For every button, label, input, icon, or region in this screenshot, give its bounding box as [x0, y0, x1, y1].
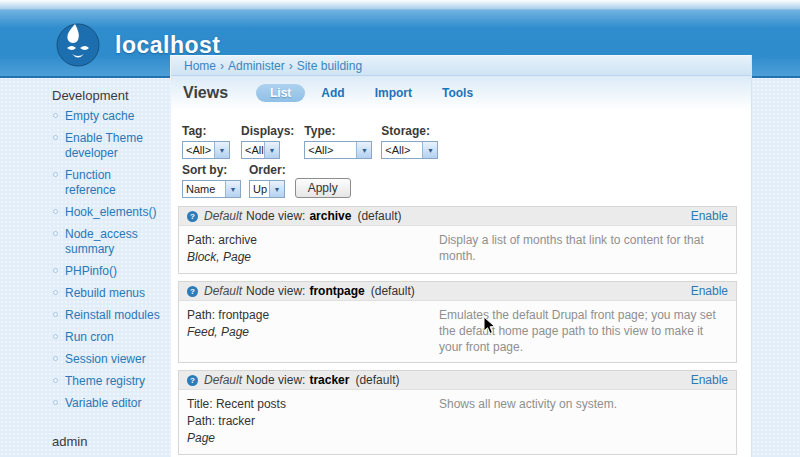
displays-select[interactable]: <All> ▼ — [241, 141, 280, 159]
bullet-icon — [53, 231, 58, 236]
view-row-archive: ? Default Node view: archive (default) E… — [178, 206, 737, 274]
view-name: archive — [309, 209, 351, 223]
sidebar-item-label: Function reference — [65, 168, 165, 198]
view-description: Shows all new activity on system. — [439, 396, 728, 447]
view-row-header: ? Default Node view: tracker (default) E… — [179, 371, 736, 390]
view-kind: Node view: — [246, 373, 305, 387]
breadcrumb-administer-link[interactable]: Administer — [228, 59, 285, 73]
top-strip — [0, 0, 800, 10]
view-description: Emulates the default Drupal front page; … — [439, 307, 728, 355]
view-row-header: ? Default Node view: frontpage (default)… — [179, 282, 736, 301]
sidebar-item-phpinfo[interactable]: PHPinfo() — [0, 264, 170, 286]
type-select[interactable]: <All> ▼ — [304, 141, 372, 159]
sidebar-section-admin: admin — [0, 418, 170, 455]
order-select[interactable]: Up ▼ — [249, 180, 285, 198]
storage-select[interactable]: <All> ▼ — [381, 141, 438, 159]
breadcrumb-site-building-link[interactable]: Site building — [297, 59, 362, 73]
bullet-icon — [53, 113, 58, 118]
view-path: Path: tracker — [187, 413, 439, 430]
sidebar-item-session-viewer[interactable]: Session viewer — [0, 352, 170, 374]
enable-link-archive[interactable]: Enable — [691, 209, 728, 223]
sidebar-item-function-reference[interactable]: Function reference — [0, 168, 170, 205]
filter-tag-label: Tag: — [182, 124, 230, 138]
enable-link-tracker[interactable]: Enable — [691, 373, 728, 387]
sidebar: Development Empty cache Enable Theme dev… — [0, 80, 170, 457]
page-title: Views — [183, 84, 256, 102]
view-details: Path: frontpage Feed, Page — [187, 307, 439, 355]
tab-list[interactable]: List — [256, 84, 305, 102]
sidebar-item-theme-registry[interactable]: Theme registry — [0, 374, 170, 396]
sidebar-item-variable-editor[interactable]: Variable editor — [0, 396, 170, 418]
view-default-flag: Default — [204, 209, 242, 223]
help-icon[interactable]: ? — [187, 211, 198, 222]
sidebar-item-node-access-summary[interactable]: Node_access summary — [0, 227, 170, 264]
help-icon[interactable]: ? — [187, 375, 198, 386]
bullet-icon — [53, 312, 58, 317]
view-displays: Page — [187, 430, 439, 447]
view-details: Title: Recent posts Path: tracker Page — [187, 396, 439, 447]
sidebar-item-hook-elements[interactable]: Hook_elements() — [0, 205, 170, 227]
apply-button[interactable]: Apply — [295, 178, 351, 198]
view-displays: Block, Page — [187, 249, 439, 266]
sidebar-item-label: Session viewer — [65, 352, 146, 367]
sidebar-item-label: Empty cache — [65, 109, 134, 124]
bullet-icon — [53, 378, 58, 383]
sidebar-item-label: PHPinfo() — [65, 264, 117, 279]
view-suffix: (default) — [371, 284, 415, 298]
displays-select-value: <All> — [242, 144, 264, 156]
dropdown-arrow-icon: ▼ — [422, 142, 437, 158]
view-row-body: Path: archive Block, Page Display a list… — [179, 226, 736, 273]
views-list: ? Default Node view: archive (default) E… — [178, 206, 737, 455]
bullet-icon — [53, 400, 58, 405]
sidebar-item-run-cron[interactable]: Run cron — [0, 330, 170, 352]
sidebar-item-label: Reinstall modules — [65, 308, 160, 323]
view-default-flag: Default — [204, 373, 242, 387]
dropdown-arrow-icon: ▼ — [269, 181, 284, 197]
filter-type: Type: <All> ▼ — [304, 124, 372, 159]
type-select-value: <All> — [305, 144, 356, 156]
sidebar-item-label: Variable editor — [65, 396, 142, 411]
drupal-logo-icon — [55, 21, 101, 67]
sort-by-select[interactable]: Name ▼ — [182, 180, 241, 198]
view-path: Path: archive — [187, 232, 439, 249]
view-path: Path: frontpage — [187, 307, 439, 324]
view-displays: Feed, Page — [187, 324, 439, 341]
dropdown-arrow-icon: ▼ — [214, 142, 229, 158]
breadcrumb-home-link[interactable]: Home — [184, 59, 216, 73]
view-title: Title: Recent posts — [187, 396, 439, 413]
dropdown-arrow-icon: ▼ — [225, 181, 240, 197]
filter-displays-label: Displays: — [241, 124, 294, 138]
tag-select-value: <All> — [183, 144, 214, 156]
tag-select[interactable]: <All> ▼ — [182, 141, 230, 159]
sidebar-item-label: Run cron — [65, 330, 114, 345]
dropdown-arrow-icon: ▼ — [264, 142, 279, 158]
view-row-header: ? Default Node view: archive (default) E… — [179, 207, 736, 226]
sidebar-item-label: Rebuild menus — [65, 286, 145, 301]
help-icon[interactable]: ? — [187, 286, 198, 297]
sort-by-select-value: Name — [183, 183, 225, 195]
sidebar-item-enable-theme-developer[interactable]: Enable Theme developer — [0, 131, 170, 168]
breadcrumb-separator: › — [285, 59, 297, 73]
enable-link-frontpage[interactable]: Enable — [691, 284, 728, 298]
view-suffix: (default) — [355, 373, 399, 387]
filter-displays: Displays: <All> ▼ — [241, 124, 294, 159]
sidebar-item-label: Enable Theme developer — [65, 131, 165, 161]
view-description: Display a list of months that link to co… — [439, 232, 728, 266]
sidebar-item-reinstall-modules[interactable]: Reinstall modules — [0, 308, 170, 330]
bullet-icon — [53, 135, 58, 140]
filter-sort-by: Sort by: Name ▼ — [182, 163, 241, 198]
tab-import[interactable]: Import — [375, 86, 412, 100]
tab-tools[interactable]: Tools — [442, 86, 473, 100]
filter-type-label: Type: — [304, 124, 372, 138]
filter-tag: Tag: <All> ▼ — [182, 124, 230, 159]
sidebar-item-empty-cache[interactable]: Empty cache — [0, 109, 170, 131]
sidebar-section-development: Development — [0, 80, 170, 109]
sidebar-item-rebuild-menus[interactable]: Rebuild menus — [0, 286, 170, 308]
sidebar-item-label: Node_access summary — [65, 227, 170, 257]
tab-add[interactable]: Add — [321, 86, 344, 100]
bullet-icon — [53, 356, 58, 361]
filter-sort-by-label: Sort by: — [182, 163, 241, 177]
sidebar-item-label: Hook_elements() — [65, 205, 156, 220]
bullet-icon — [53, 268, 58, 273]
view-row-tracker: ? Default Node view: tracker (default) E… — [178, 370, 737, 455]
